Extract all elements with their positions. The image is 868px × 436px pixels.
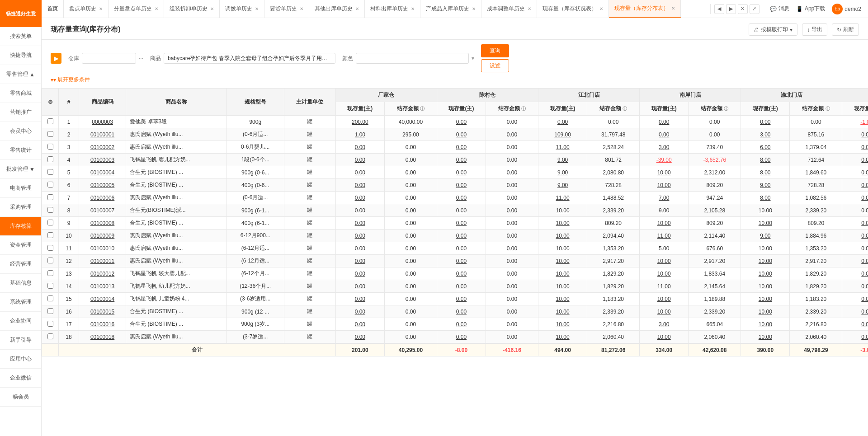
settings-icon[interactable]: ⚙ (46, 98, 55, 107)
tab-product-in[interactable]: 产成品入库单历史 ✕ (420, 0, 481, 18)
prev-tab-btn[interactable]: ◀ (714, 4, 724, 14)
color-input[interactable] (356, 53, 469, 64)
cell-checkbox[interactable] (42, 267, 59, 280)
cell-checkbox[interactable] (42, 192, 59, 204)
sidebar-item-enterprise[interactable]: 企业协同 (0, 312, 41, 331)
tab-other-out[interactable]: 其他出库单历史 ✕ (309, 0, 365, 18)
close-icon[interactable]: ✕ (599, 6, 603, 11)
tab-cost-adj[interactable]: 成本调整单历史 ✕ (481, 0, 537, 18)
set-button[interactable]: 设置 (481, 59, 509, 72)
close-icon[interactable]: ✕ (355, 6, 359, 11)
sidebar-item-nav[interactable]: 快捷导航 (0, 46, 41, 65)
sidebar-item-wechat[interactable]: 企业微信 (0, 369, 41, 388)
cell-checkbox[interactable] (42, 166, 59, 179)
cell-code: 00100013 (79, 280, 126, 293)
user-avatar[interactable]: Ea demo2 (832, 4, 861, 14)
tab-home[interactable]: 首页 (42, 0, 64, 18)
print-btn[interactable]: 🖨 按模版打印 ▾ (749, 23, 797, 36)
close-icon[interactable]: ✕ (255, 6, 259, 11)
chevron-down-icon[interactable]: ▾ (472, 55, 474, 61)
cell-c5-qty: 0.00 (741, 116, 790, 128)
close-icon[interactable]: ✕ (300, 6, 303, 11)
avatar: Ea (832, 4, 843, 14)
cell-checkbox[interactable] (42, 179, 59, 192)
export-btn[interactable]: ↓ 导出 (802, 23, 827, 36)
cell-code: 00100001 (79, 128, 126, 141)
fullscreen-btn[interactable]: ⤢ (750, 4, 760, 14)
sidebar-item-changyuanvip[interactable]: 畅会员 (0, 388, 41, 407)
sidebar-item-search[interactable]: 搜索英单 (0, 27, 41, 46)
tab-stock-distribution[interactable]: 现存量（库存分布表） ✕ (609, 0, 681, 18)
sidebar-item-guide[interactable]: 新手引导 (0, 331, 41, 350)
cell-checkbox[interactable] (42, 331, 59, 344)
cell-c1-amt: 0.00 (384, 267, 437, 280)
warehouse-input[interactable] (82, 53, 136, 64)
collapse-btn[interactable]: ▶ (51, 53, 61, 64)
cell-checkbox[interactable] (42, 204, 59, 217)
cell-c5-amt: 1,849.60 (790, 166, 842, 179)
sidebar-item-marketing[interactable]: 营销推广 (0, 103, 41, 122)
message-btn[interactable]: 💬 消息 (770, 5, 789, 13)
sidebar-item-inventory[interactable]: 库存核算 (0, 217, 41, 236)
sidebar-item-finance[interactable]: 资金管理 (0, 236, 41, 255)
close-icon[interactable]: ✕ (155, 6, 158, 11)
table-container[interactable]: ⚙ # 商品编码 商品名称 规格型号 主计量单位 厂家仓 陈村仓 江北门店 南岸… (42, 88, 868, 436)
sidebar-item-member[interactable]: 会员中心 (0, 122, 41, 141)
tab-stock-status[interactable]: 现存量（库存状况表） ✕ (537, 0, 609, 18)
refresh-btn[interactable]: ↻ 刷新 (832, 23, 859, 36)
ellipsis-icon[interactable]: ··· (139, 55, 143, 61)
sidebar-item-system[interactable]: 系统管理 (0, 293, 41, 312)
cell-checkbox[interactable] (42, 128, 59, 141)
query-button[interactable]: 查询 (481, 44, 509, 57)
sidebar-item-retail[interactable]: 零售管理 ▲ (0, 65, 41, 84)
cell-checkbox[interactable] (42, 280, 59, 293)
cell-c3-amt: 2,339.20 (587, 305, 640, 318)
cell-name: 合生元(BIOSTIME)派... (126, 204, 227, 217)
close-icon[interactable]: ✕ (472, 6, 476, 11)
cell-checkbox[interactable] (42, 141, 59, 154)
cell-unit: 罐 (284, 331, 335, 344)
cell-checkbox[interactable] (42, 154, 59, 166)
sidebar-item-shop[interactable]: 零售商城 (0, 84, 41, 103)
goods-input[interactable] (164, 53, 335, 64)
close-icon[interactable]: ✕ (528, 6, 531, 11)
sidebar-item-operations[interactable]: 经营管理 (0, 255, 41, 274)
tab-assembly[interactable]: 组装拆卸单历史 ✕ (164, 0, 220, 18)
app-download-btn[interactable]: 📱 App下载 (796, 5, 825, 13)
sidebar-item-wholesale[interactable]: 批发管理 ▼ (0, 160, 41, 179)
cell-c5-qty: 8.00 (741, 154, 790, 166)
th-spec: 规格型号 (226, 89, 284, 116)
sidebar-item-ecommerce[interactable]: 电商管理 (0, 179, 41, 198)
close-icon[interactable]: ✕ (99, 6, 103, 11)
th-settings[interactable]: ⚙ (42, 89, 59, 116)
sidebar-item-retail-stats[interactable]: 零售统计 (0, 141, 41, 160)
next-tab-btn[interactable]: ▶ (726, 4, 736, 14)
cell-unit: 罐 (284, 293, 335, 305)
close-icon[interactable]: ✕ (411, 6, 415, 11)
close-tab-btn[interactable]: ✕ (738, 4, 748, 14)
table-row: 12 00100011 惠氏启赋 (Wyeth illu... (6-12月适.… (42, 255, 868, 267)
expand-conditions-btn[interactable]: ▾▾ 展开更多条件 (51, 76, 90, 84)
tab-inventory-check[interactable]: 盘点单历史 ✕ (64, 0, 108, 18)
cell-checkbox[interactable] (42, 242, 59, 255)
sidebar-item-appcenter[interactable]: 应用中心 (0, 350, 41, 369)
cell-checkbox[interactable] (42, 230, 59, 242)
cell-spec: (6-12月适... (226, 255, 284, 267)
tab-transfer[interactable]: 调拨单历史 ✕ (220, 0, 264, 18)
tab-requisition[interactable]: 要货单历史 ✕ (264, 0, 309, 18)
sidebar-item-basic[interactable]: 基础信息 (0, 274, 41, 293)
tab-partial-check[interactable]: 分量盘点单历史 ✕ (108, 0, 164, 18)
close-icon[interactable]: ✕ (671, 6, 675, 11)
sidebar-item-purchase[interactable]: 采购管理 (0, 198, 41, 217)
cell-c3-qty: 9.00 (538, 154, 587, 166)
close-icon[interactable]: ✕ (210, 6, 214, 11)
cell-checkbox[interactable] (42, 116, 59, 128)
cell-checkbox[interactable] (42, 255, 59, 267)
cell-checkbox[interactable] (42, 293, 59, 305)
cell-checkbox[interactable] (42, 305, 59, 318)
cell-checkbox[interactable] (42, 217, 59, 230)
tab-material-out[interactable]: 材料出库单历史 ✕ (365, 0, 420, 18)
cell-c1-qty: 0.00 (335, 280, 384, 293)
th-c3-amt: 结存金额 ⓘ (587, 102, 640, 116)
cell-checkbox[interactable] (42, 318, 59, 331)
